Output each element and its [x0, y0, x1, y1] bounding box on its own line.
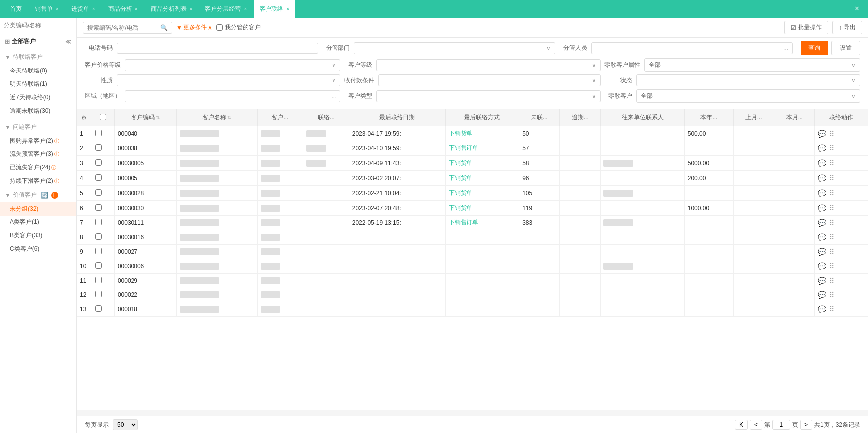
- customer-type-select[interactable]: ∨: [376, 90, 600, 102]
- all-customers-header[interactable]: ⊞ 全部客户 ≪: [0, 33, 76, 50]
- row-checkbox-cell[interactable]: [92, 141, 114, 156]
- more-icon[interactable]: ⠿: [829, 204, 834, 212]
- sidebar-item-class-b[interactable]: B类客户(33): [0, 229, 76, 242]
- close-product-analysis-list-tab[interactable]: ×: [190, 6, 193, 12]
- scrollbar-area[interactable]: [77, 410, 868, 416]
- more-icon[interactable]: ⠿: [829, 291, 834, 299]
- message-icon[interactable]: 💬: [818, 262, 826, 270]
- close-all-button[interactable]: ×: [850, 4, 864, 13]
- sidebar-item-abnormal[interactable]: 囤购异常客户(2) ⓘ: [0, 134, 76, 147]
- search-input[interactable]: [87, 24, 158, 31]
- export-button[interactable]: ↑ 导出: [832, 21, 862, 34]
- score-section-header[interactable]: ▼ 价值客户 🔄 F: [0, 188, 76, 202]
- sidebar-item-declining[interactable]: 持续下滑客户(2) ⓘ: [0, 174, 76, 188]
- row-checkbox[interactable]: [95, 305, 102, 312]
- message-icon[interactable]: 💬: [818, 204, 826, 212]
- tab-customer-contact[interactable]: 客户联络 ×: [254, 0, 295, 18]
- row-checkbox[interactable]: [95, 144, 102, 151]
- sidebar-item-ungroup[interactable]: 未分组(32): [0, 202, 76, 216]
- row-checkbox[interactable]: [95, 159, 102, 166]
- tab-purchase[interactable]: 进货单 ×: [66, 0, 101, 18]
- sidebar-search-input[interactable]: [4, 22, 77, 29]
- message-icon[interactable]: 💬: [818, 248, 826, 256]
- per-page-select[interactable]: 50 100: [113, 419, 138, 430]
- last-method-link[interactable]: 下销货单: [449, 204, 472, 211]
- message-icon[interactable]: 💬: [818, 233, 826, 241]
- message-icon[interactable]: 💬: [818, 277, 826, 285]
- problem-section-header[interactable]: ▼ 问题客户: [0, 120, 76, 134]
- sidebar-item-today-pending[interactable]: 今天待联络(0): [0, 64, 76, 77]
- more-icon[interactable]: ⠿: [829, 248, 834, 256]
- last-method-link[interactable]: 下销货单: [449, 189, 472, 196]
- row-checkbox[interactable]: [95, 262, 102, 269]
- row-checkbox[interactable]: [95, 291, 102, 297]
- row-checkbox[interactable]: [95, 233, 102, 240]
- region-select[interactable]: ...: [125, 90, 340, 102]
- region-dots[interactable]: ...: [331, 93, 336, 100]
- row-checkbox-cell[interactable]: [92, 201, 114, 216]
- retail-attr-select[interactable]: 全部 ∨: [644, 58, 860, 72]
- sidebar-item-class-c[interactable]: C类客户(6): [0, 242, 76, 256]
- prev-page-button[interactable]: <: [750, 420, 762, 430]
- row-checkbox-cell[interactable]: [92, 245, 114, 259]
- row-checkbox-cell[interactable]: [92, 216, 114, 230]
- row-checkbox[interactable]: [95, 248, 102, 254]
- message-icon[interactable]: 💬: [818, 291, 826, 299]
- message-icon[interactable]: 💬: [818, 159, 826, 167]
- sidebar-item-churn-warning[interactable]: 流失预警客户(3) ⓘ: [0, 147, 76, 161]
- settings-col-header[interactable]: ⚙: [77, 109, 92, 126]
- code-col-header[interactable]: 客户编码: [114, 109, 176, 126]
- message-icon[interactable]: 💬: [818, 144, 826, 152]
- search-box[interactable]: 🔍: [83, 22, 172, 34]
- more-icon[interactable]: ⠿: [829, 262, 834, 270]
- row-checkbox[interactable]: [95, 204, 102, 211]
- phone-input[interactable]: [117, 43, 318, 54]
- last-method-link[interactable]: 下销货单: [449, 159, 472, 166]
- message-icon[interactable]: 💬: [818, 305, 826, 313]
- more-icon[interactable]: ⠿: [829, 305, 834, 313]
- more-icon[interactable]: ⠿: [829, 277, 834, 285]
- first-page-button[interactable]: K: [735, 420, 748, 430]
- row-checkbox[interactable]: [95, 189, 102, 196]
- pending-section-header[interactable]: ▼ 待联络客户: [0, 50, 76, 64]
- close-customer-segment-tab[interactable]: ×: [244, 6, 247, 12]
- payment-select[interactable]: ∨: [378, 74, 600, 86]
- close-purchase-tab[interactable]: ×: [92, 6, 95, 12]
- reset-button[interactable]: 设置: [831, 41, 860, 55]
- sidebar-item-tomorrow-pending[interactable]: 明天待联络(1): [0, 77, 76, 91]
- more-icon[interactable]: ⠿: [829, 159, 834, 167]
- search-icon[interactable]: 🔍: [160, 24, 168, 31]
- row-checkbox-cell[interactable]: [92, 186, 114, 201]
- status-select[interactable]: ∨: [636, 74, 860, 86]
- page-number-input[interactable]: [772, 420, 790, 430]
- phone-text-input[interactable]: [121, 45, 314, 52]
- row-checkbox-cell[interactable]: [92, 230, 114, 245]
- level-select[interactable]: ∨: [376, 59, 600, 71]
- nature-select[interactable]: ∨: [117, 74, 340, 86]
- row-checkbox[interactable]: [95, 130, 102, 136]
- tab-product-analysis[interactable]: 商品分析 ×: [102, 0, 144, 18]
- row-checkbox-cell[interactable]: [92, 156, 114, 171]
- name-col-header[interactable]: 客户名称: [177, 109, 257, 126]
- last-method-link[interactable]: 下销售订单: [449, 144, 478, 151]
- more-icon[interactable]: ⠿: [829, 233, 834, 241]
- more-icon[interactable]: ⠿: [829, 219, 834, 227]
- tab-customer-segment[interactable]: 客户分层经营 ×: [199, 0, 253, 18]
- message-icon[interactable]: 💬: [818, 189, 826, 197]
- query-button[interactable]: 查询: [801, 41, 828, 55]
- more-icon[interactable]: ⠿: [829, 189, 834, 197]
- close-product-analysis-tab[interactable]: ×: [135, 6, 138, 12]
- last-method-link[interactable]: 下销货单: [449, 174, 472, 181]
- sidebar-item-overdue-pending[interactable]: 逾期未联络(30): [0, 104, 76, 118]
- my-customers-checkbox[interactable]: [216, 24, 223, 31]
- batch-operations-button[interactable]: ☑ 批量操作: [784, 21, 828, 34]
- tab-product-analysis-list[interactable]: 商品分析列表 ×: [145, 0, 199, 18]
- person-select[interactable]: ...: [591, 42, 793, 54]
- last-method-link[interactable]: 下销售订单: [449, 219, 478, 226]
- row-checkbox-cell[interactable]: [92, 288, 114, 302]
- sidebar-item-lost[interactable]: 已流失客户(24) ⓘ: [0, 161, 76, 174]
- more-icon[interactable]: ⠿: [829, 144, 834, 152]
- sidebar-item-class-a[interactable]: A类客户(1): [0, 216, 76, 229]
- row-checkbox-cell[interactable]: [92, 274, 114, 288]
- select-all-checkbox[interactable]: [100, 114, 106, 120]
